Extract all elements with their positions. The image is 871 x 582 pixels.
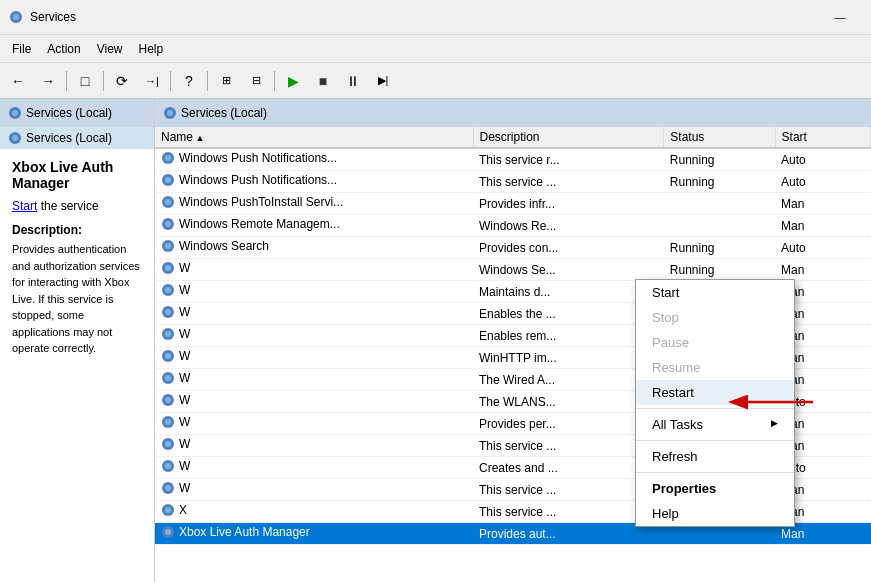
cell-description: Provides infr... (473, 193, 664, 215)
svg-point-31 (165, 397, 171, 403)
services-header-icon (8, 106, 22, 120)
toolbar-view1[interactable]: ⊞ (212, 67, 240, 95)
cell-name: W (155, 325, 473, 347)
context-menu-item-ctx-properties[interactable]: Properties (636, 476, 794, 501)
context-menu-item-ctx-refresh[interactable]: Refresh (636, 444, 794, 469)
minimize-button[interactable]: — (817, 0, 863, 35)
description-panel: Xbox Live Auth Manager Start the service… (0, 149, 154, 367)
toolbar-back[interactable]: ← (4, 67, 32, 95)
svg-point-35 (165, 441, 171, 447)
cell-start: Auto (775, 171, 870, 193)
cell-status (664, 193, 775, 215)
toolbar-export[interactable]: →| (138, 67, 166, 95)
col-header-description[interactable]: Description (473, 127, 664, 148)
toolbar-play[interactable]: ▶ (279, 67, 307, 95)
cell-name: Windows Remote Managem... (155, 215, 473, 237)
context-menu-item-ctx-resume: Resume (636, 355, 794, 380)
menu-action[interactable]: Action (39, 38, 88, 60)
title-bar-text: Services (30, 10, 76, 24)
cell-status: Running (664, 237, 775, 259)
svg-point-23 (165, 309, 171, 315)
toolbar-pause[interactable]: ⏸ (339, 67, 367, 95)
context-menu-sep-2 (636, 440, 794, 441)
toolbar-sep-2 (103, 71, 104, 91)
svg-point-33 (165, 419, 171, 425)
toolbar-up[interactable]: □ (71, 67, 99, 95)
cell-description: Windows Se... (473, 259, 664, 281)
svg-point-27 (165, 353, 171, 359)
toolbar-stop[interactable]: ■ (309, 67, 337, 95)
svg-point-21 (165, 287, 171, 293)
menu-file[interactable]: File (4, 38, 39, 60)
svg-point-15 (165, 221, 171, 227)
svg-point-29 (165, 375, 171, 381)
toolbar: ← → □ ⟳ →| ? ⊞ ⊟ ▶ ■ ⏸ ▶| (0, 63, 871, 99)
cell-name: W (155, 281, 473, 303)
title-bar-controls: — (817, 0, 863, 35)
cell-name: W (155, 391, 473, 413)
table-header-row: Name Description Status Start (155, 127, 871, 148)
tree-header: Services (Local) (0, 99, 154, 127)
menu-bar: File Action View Help (0, 35, 871, 63)
cell-name: W (155, 369, 473, 391)
context-menu-item-ctx-stop: Stop (636, 305, 794, 330)
toolbar-sep-1 (66, 71, 67, 91)
col-header-start[interactable]: Start (775, 127, 870, 148)
cell-name: W (155, 259, 473, 281)
description-heading: Description: (12, 223, 142, 237)
svg-point-19 (165, 265, 171, 271)
cell-name: Windows Search (155, 237, 473, 259)
cell-status: Running (664, 171, 775, 193)
content-header: Services (Local) (155, 99, 871, 127)
menu-view[interactable]: View (89, 38, 131, 60)
svg-point-7 (167, 110, 173, 116)
cell-start: Man (775, 259, 870, 281)
col-header-status[interactable]: Status (664, 127, 775, 148)
context-menu-item-ctx-pause: Pause (636, 330, 794, 355)
cell-start: Auto (775, 148, 870, 171)
menu-help[interactable]: Help (131, 38, 172, 60)
start-service-link[interactable]: Start (12, 199, 37, 213)
table-row[interactable]: Windows Remote Managem...Windows Re...Ma… (155, 215, 871, 237)
cell-start: Man (775, 193, 870, 215)
svg-point-37 (165, 463, 171, 469)
svg-point-41 (165, 507, 171, 513)
table-row[interactable]: Windows Push Notifications...This servic… (155, 171, 871, 193)
cell-name: W (155, 303, 473, 325)
cell-name: W (155, 347, 473, 369)
cell-name: W (155, 479, 473, 501)
context-menu-sep-1 (636, 408, 794, 409)
cell-name: W (155, 457, 473, 479)
svg-point-5 (12, 135, 18, 141)
table-row[interactable]: Windows Push Notifications...This servic… (155, 148, 871, 171)
toolbar-refresh[interactable]: ⟳ (108, 67, 136, 95)
svg-point-17 (165, 243, 171, 249)
toolbar-sep-5 (274, 71, 275, 91)
cell-name: W (155, 435, 473, 457)
cell-name: Windows Push Notifications... (155, 171, 473, 193)
context-menu-item-ctx-all-tasks[interactable]: All Tasks▶ (636, 412, 794, 437)
toolbar-skip[interactable]: ▶| (369, 67, 397, 95)
context-menu: StartStopPauseResumeRestartAll Tasks▶Ref… (635, 279, 795, 527)
cell-name: Windows Push Notifications... (155, 148, 473, 171)
toolbar-forward[interactable]: → (34, 67, 62, 95)
cell-name: X (155, 501, 473, 523)
context-menu-item-ctx-help[interactable]: Help (636, 501, 794, 526)
col-header-name[interactable]: Name (155, 127, 473, 148)
table-row[interactable]: Windows SearchProvides con...RunningAuto (155, 237, 871, 259)
cell-name: W (155, 413, 473, 435)
context-menu-item-ctx-restart[interactable]: Restart (636, 380, 794, 405)
tree-node-services-local[interactable]: Services (Local) (0, 127, 154, 149)
context-menu-item-ctx-start[interactable]: Start (636, 280, 794, 305)
content-header-label: Services (Local) (181, 106, 267, 120)
toolbar-view2[interactable]: ⊟ (242, 67, 270, 95)
svg-point-1 (13, 14, 19, 20)
title-bar: Services — (0, 0, 871, 35)
toolbar-help[interactable]: ? (175, 67, 203, 95)
svg-point-39 (165, 485, 171, 491)
table-row[interactable]: WWindows Se...RunningMan (155, 259, 871, 281)
table-row[interactable]: Windows PushToInstall Servi...Provides i… (155, 193, 871, 215)
svg-point-11 (165, 177, 171, 183)
tree-header-label: Services (Local) (26, 106, 112, 120)
cell-status (664, 215, 775, 237)
